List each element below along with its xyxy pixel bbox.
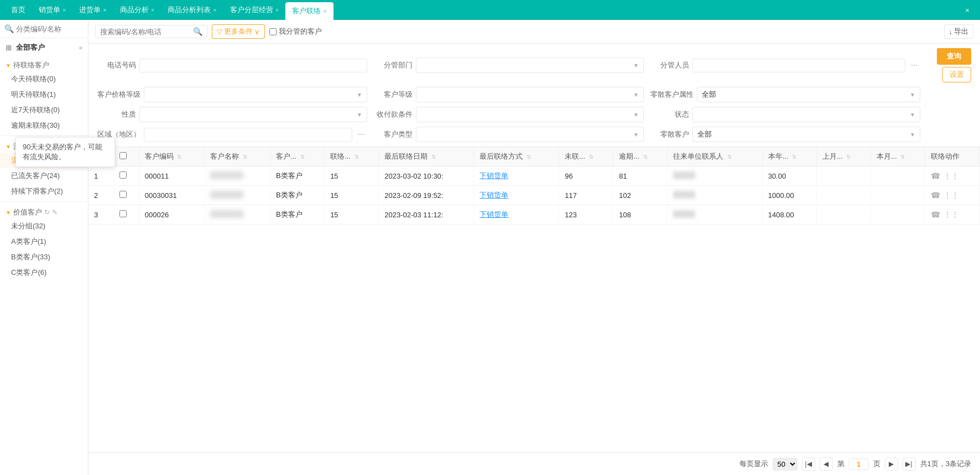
sort-this-year-icon[interactable]: ⇅	[792, 154, 796, 160]
retail-customer-field: 零散客户 全部 ▼	[650, 127, 920, 142]
row-checkbox-0[interactable]	[119, 171, 127, 179]
settings-button[interactable]: 设置	[942, 67, 971, 82]
cell-method-0[interactable]: 下销货单	[474, 166, 559, 186]
nav-analysis[interactable]: 商品分析 ×	[113, 0, 161, 20]
export-button[interactable]: ↓ 导出	[944, 24, 974, 39]
more-conditions-btn[interactable]: ▽ 更多条件 ∨	[212, 24, 265, 39]
sidebar-item-ungrouped[interactable]: 未分组(32)	[0, 218, 88, 234]
nav-analysis-list[interactable]: 商品分析列表 ×	[161, 0, 223, 20]
customer-level-label: 客户等级	[374, 90, 413, 100]
sidebar-item-declining[interactable]: 持续下滑客户(2)	[0, 184, 88, 199]
person-dots-btn[interactable]: ···	[909, 60, 920, 70]
sidebar-item-class-b[interactable]: B类客户(33)	[0, 249, 88, 265]
nav-customer-tier-close[interactable]: ×	[275, 7, 279, 13]
row-checkbox-2[interactable]	[119, 210, 127, 217]
region-input[interactable]	[144, 128, 352, 142]
nav-analysis-label: 商品分析	[120, 5, 149, 15]
payment-select[interactable]: ▼	[416, 107, 644, 122]
cell-checkbox-2[interactable]	[113, 205, 139, 225]
nav-purchase-close[interactable]: ×	[103, 7, 106, 13]
sidebar-search-input[interactable]	[16, 25, 88, 33]
cell-type-0: B类客户	[270, 166, 325, 186]
customer-level-select[interactable]: ▼	[416, 87, 644, 102]
nav-sales[interactable]: 销货单 ×	[32, 0, 72, 20]
sort-uncontacted-icon[interactable]: ⇅	[589, 154, 593, 160]
row-checkbox-1[interactable]	[119, 191, 127, 198]
cell-code-0: 000011	[139, 166, 205, 186]
cell-checkbox-0[interactable]	[113, 166, 139, 186]
sort-type-icon[interactable]: ⇅	[300, 154, 305, 160]
customer-type-select[interactable]: ▼	[416, 127, 644, 142]
nav-customer-contact[interactable]: 客户联络 ×	[285, 2, 333, 20]
cell-method-1[interactable]: 下销货单	[474, 186, 559, 205]
sidebar-item-churned[interactable]: 已流失客户(24)	[0, 168, 88, 184]
sort-last-method-icon[interactable]: ⇅	[527, 154, 531, 160]
first-page-btn[interactable]: |◀	[802, 457, 815, 471]
phone-input[interactable]	[139, 59, 367, 72]
action-more-icon-2[interactable]: ⋮⋮	[943, 210, 959, 219]
sort-last-month-icon[interactable]: ⇅	[846, 154, 851, 160]
next-page-btn[interactable]: ▶	[885, 457, 898, 471]
sort-contact-person-icon[interactable]: ⇅	[727, 154, 732, 160]
retail-attr-select[interactable]: 全部 ▼	[697, 87, 920, 102]
last-page-btn[interactable]: ▶|	[903, 457, 916, 471]
sidebar-item-tomorrow[interactable]: 明天待联络(1)	[0, 87, 88, 102]
sidebar-item-today[interactable]: 今天待联络(0)	[0, 71, 88, 87]
page-input[interactable]	[849, 458, 869, 470]
sidebar-item-7days[interactable]: 近7天待联络(0)	[0, 102, 88, 118]
status-label: 状态	[650, 109, 689, 119]
sidebar-item-class-a[interactable]: A类客户(1)	[0, 234, 88, 249]
filter-search-input[interactable]	[100, 28, 193, 36]
sort-code-icon[interactable]: ⇅	[177, 154, 181, 160]
action-contact-icon-2[interactable]: ☎	[931, 210, 940, 219]
nav-analysis-close[interactable]: ×	[151, 7, 154, 13]
query-button[interactable]: 查询	[937, 48, 971, 65]
select-all-checkbox[interactable]	[119, 152, 127, 159]
sidebar-item-class-c[interactable]: C类客户(6)	[0, 265, 88, 280]
sort-overdue-icon[interactable]: ⇅	[643, 154, 648, 160]
nav-analysis-list-close[interactable]: ×	[213, 7, 216, 13]
my-customers-checkbox[interactable]	[269, 28, 277, 35]
sort-contact-count-icon[interactable]: ⇅	[355, 154, 359, 160]
cell-name-1	[205, 186, 270, 205]
status-select[interactable]: ▼	[692, 107, 920, 122]
nav-sales-close[interactable]: ×	[62, 7, 66, 13]
sort-name-icon[interactable]: ⇅	[243, 154, 247, 160]
person-input[interactable]	[692, 59, 905, 72]
retail-customer-select[interactable]: 全部 ▼	[692, 127, 920, 142]
retail-customer-label: 零散客户	[650, 129, 689, 139]
th-code: 客户编码 ⇅	[139, 147, 205, 166]
window-close-button[interactable]: ×	[959, 2, 976, 18]
th-checkbox	[113, 147, 139, 166]
my-customers-filter[interactable]: 我分管的客户	[269, 27, 322, 36]
filter-search-icon[interactable]: 🔍	[193, 27, 202, 36]
nav-customer-contact-close[interactable]: ×	[323, 8, 326, 14]
nav-home[interactable]: 首页	[4, 0, 32, 20]
nav-home-label: 首页	[11, 5, 25, 15]
nature-select[interactable]: ▼	[139, 107, 367, 122]
action-contact-icon-1[interactable]: ☎	[931, 191, 940, 200]
sidebar-item-overdue[interactable]: 逾期未联络(30)	[0, 118, 88, 133]
action-more-icon-0[interactable]: ⋮⋮	[943, 171, 959, 180]
customer-table: ⚙ 客户编码 ⇅ 客户名称 ⇅	[88, 147, 980, 225]
price-level-label: 客户价格等级	[97, 90, 140, 100]
sidebar-collapse-btn[interactable]: «	[79, 44, 82, 51]
retail-attr-field: 零散客户属性 全部 ▼	[650, 87, 920, 102]
sort-last-date-icon[interactable]: ⇅	[431, 154, 436, 160]
price-level-select[interactable]: ▼	[144, 87, 367, 102]
action-contact-icon-0[interactable]: ☎	[931, 171, 940, 180]
content-area: 🔍 ▽ 更多条件 ∨ 我分管的客户 ↓ 导出 电话号码	[88, 20, 980, 475]
nav-customer-tier[interactable]: 客户分层经营 ×	[223, 0, 285, 20]
region-dots-btn[interactable]: ···	[356, 129, 367, 139]
cell-checkbox-1[interactable]	[113, 186, 139, 205]
per-page-select[interactable]: 50	[773, 458, 797, 471]
cell-method-2[interactable]: 下销货单	[474, 205, 559, 225]
action-more-icon-1[interactable]: ⋮⋮	[943, 191, 959, 200]
dept-select[interactable]: ▼	[416, 58, 644, 73]
nav-purchase[interactable]: 进货单 ×	[72, 0, 113, 20]
value-refresh-icon[interactable]: ↻	[44, 208, 50, 216]
prev-page-btn[interactable]: ◀	[820, 457, 833, 471]
sort-this-month-icon[interactable]: ⇅	[900, 154, 905, 160]
adv-filter-panel: 电话号码 分管部门 ▼ 分管人员 ··· 查询 设置	[88, 44, 980, 147]
value-edit-icon[interactable]: ✎	[52, 208, 58, 216]
